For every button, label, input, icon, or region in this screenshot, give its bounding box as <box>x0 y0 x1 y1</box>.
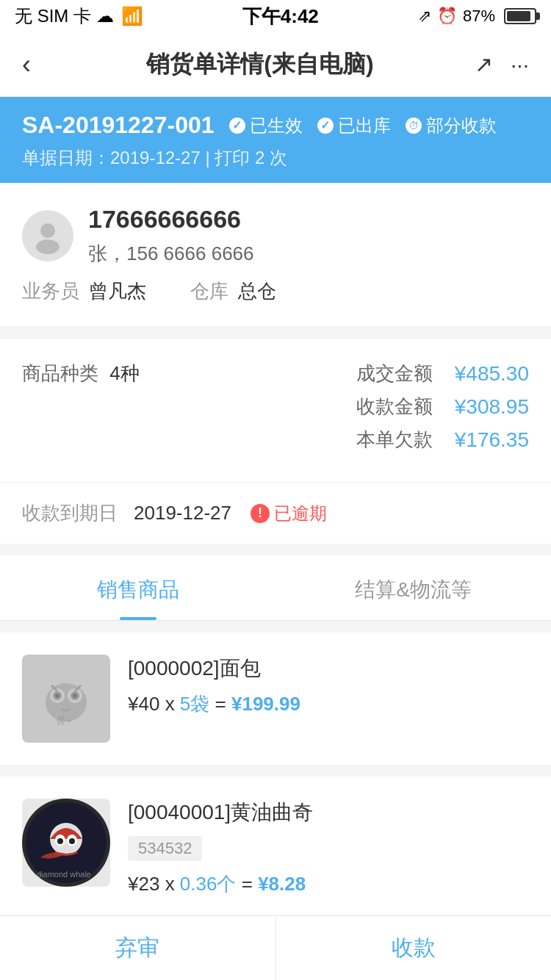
tabs: 销售商品 结算&物流等 <box>0 555 551 621</box>
battery-icon <box>504 8 536 24</box>
svg-point-14 <box>57 838 63 844</box>
product-details: [0000002]面包 ¥40 x 5袋 = ¥199.99 <box>128 655 529 717</box>
receipt-label: 收款金额 <box>356 394 433 419</box>
status-left: 无 SIM 卡 ☁ 📶 <box>15 4 143 28</box>
overdue-text: 已逾期 <box>274 502 327 525</box>
price-qty-1: 5袋 <box>180 693 209 715</box>
overdue-badge: ! 已逾期 <box>251 502 327 525</box>
order-sub-info: 单据日期：2019-12-27 | 打印 2 次 <box>22 146 529 170</box>
deal-amount: ¥485.30 <box>455 362 529 386</box>
divider-1 <box>0 327 551 339</box>
sim-status: 无 SIM 卡 ☁ <box>15 4 114 28</box>
deal-label: 成交金额 <box>356 361 433 386</box>
warehouse-info: 仓库 总仓 <box>190 278 276 304</box>
product-item: diamond whale [00040001]黄油曲奇 534532 ¥23 … <box>0 777 551 919</box>
customer-section: 17666666666 张，156 6666 6666 业务员 曾凡杰 仓库 总… <box>0 183 551 327</box>
order-number: SA-20191227-001 <box>22 112 215 139</box>
svg-point-15 <box>69 838 75 844</box>
status-time: 下午4:42 <box>242 4 319 29</box>
due-date-section: 收款到期日 2019-12-27 ! 已逾期 <box>0 482 551 555</box>
svg-point-8 <box>73 693 77 698</box>
product-name-1: [0000002]面包 <box>128 655 529 682</box>
order-header-banner: SA-20191227-001 ✓ 已生效 ✓ 已出库 ⏱ 部分收款 单据日期：… <box>0 97 551 183</box>
cancel-review-button[interactable]: 弃审 <box>0 916 276 980</box>
battery-percent: 87% <box>463 7 495 26</box>
debt-amount: ¥176.35 <box>455 428 529 452</box>
due-label: 收款到期日 <box>22 500 118 526</box>
sales-value: 曾凡杰 <box>89 280 146 302</box>
sales-label: 业务员 <box>22 280 79 302</box>
payment-button[interactable]: 收款 <box>276 916 552 980</box>
tab-sales-products[interactable]: 销售商品 <box>0 555 276 620</box>
status-bar: 无 SIM 卡 ☁ 📶 下午4:42 ⇗ ⏰ 87% <box>0 0 551 32</box>
bottom-bar: 弃审 收款 <box>0 915 551 980</box>
receipt-amount: ¥308.95 <box>455 395 529 419</box>
stats-section: 商品种类 4种 成交金额 ¥485.30 收款金额 ¥308.95 本单欠款 ¥… <box>0 339 551 482</box>
product-image-2: diamond whale <box>22 799 110 887</box>
price-qty-2: 0.36个 <box>180 873 237 895</box>
product-name-2: [00040001]黄油曲奇 <box>128 799 529 826</box>
product-item: 兽+ [0000002]面包 ¥40 x 5袋 = ¥199.99 <box>0 633 551 765</box>
status-right: ⇗ ⏰ 87% <box>418 7 536 26</box>
sales-info: 业务员 曾凡杰 <box>22 278 146 304</box>
customer-name: 张，156 6666 6666 <box>88 241 254 267</box>
amounts-section: 成交金额 ¥485.30 收款金额 ¥308.95 本单欠款 ¥176.35 <box>356 361 529 460</box>
alarm-icon: ⏰ <box>437 7 457 26</box>
price-total-2: ¥8.28 <box>258 873 306 895</box>
shipped-badge: ✓ 已出库 <box>317 114 391 137</box>
warehouse-label: 仓库 <box>190 280 228 302</box>
price-total-1: ¥199.99 <box>231 693 300 715</box>
product-price-1: ¥40 x 5袋 = ¥199.99 <box>128 691 529 717</box>
overdue-icon: ! <box>251 504 270 523</box>
product-tag-2: 534532 <box>128 836 202 861</box>
due-date-value: 2019-12-27 <box>134 502 231 525</box>
svg-point-1 <box>36 239 60 254</box>
category-count: 4种 <box>109 362 139 384</box>
share-button[interactable]: ↗ <box>475 51 493 77</box>
nav-bar: ‹ 销货单详情(来自电脑) ↗ ··· <box>0 32 551 97</box>
tab-settlement[interactable]: 结算&物流等 <box>276 555 551 620</box>
price-base-2: ¥23 <box>128 873 159 895</box>
nav-actions: ↗ ··· <box>475 51 529 77</box>
partial-payment-badge: ⏱ 部分收款 <box>406 114 497 137</box>
product-price-2: ¥23 x 0.36个 = ¥8.28 <box>128 871 529 897</box>
location-icon: ⇗ <box>418 7 431 26</box>
avatar <box>22 210 73 262</box>
svg-point-7 <box>55 693 60 698</box>
back-button[interactable]: ‹ <box>22 49 31 80</box>
product-thumbnail: 兽+ <box>22 655 110 743</box>
page-title: 销货单详情(来自电脑) <box>46 48 475 81</box>
warehouse-value: 总仓 <box>238 280 276 302</box>
customer-phone: 17666666666 <box>88 205 254 234</box>
product-thumbnail-2: diamond whale <box>22 799 110 887</box>
price-base-1: ¥40 <box>128 693 159 715</box>
product-details-2: [00040001]黄油曲奇 534532 ¥23 x 0.36个 = ¥8.2… <box>128 799 529 897</box>
wifi-icon: 📶 <box>121 6 143 26</box>
category-label: 商品种类 <box>22 362 98 384</box>
effective-badge: ✓ 已生效 <box>229 114 303 137</box>
svg-point-0 <box>40 223 55 238</box>
svg-text:diamond whale: diamond whale <box>37 870 91 879</box>
debt-label: 本单欠款 <box>356 427 433 453</box>
svg-text:兽+: 兽+ <box>56 714 72 726</box>
more-button[interactable]: ··· <box>511 52 529 77</box>
